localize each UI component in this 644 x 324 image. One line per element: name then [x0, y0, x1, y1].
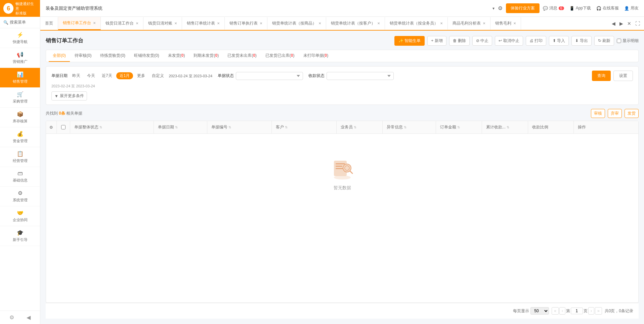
- th-settings[interactable]: ⚙: [46, 121, 57, 133]
- svg-rect-3: [336, 166, 342, 167]
- tab-next-btn[interactable]: ▶: [618, 19, 625, 28]
- tab-close-icon[interactable]: ✕: [217, 22, 220, 25]
- tab-sales-sum-product[interactable]: 销货单统计表（按商品）✕: [267, 17, 326, 30]
- show-detail-label[interactable]: 显示明细: [617, 38, 639, 44]
- date-option-last7[interactable]: 近7天: [99, 72, 115, 79]
- tab-product-margin[interactable]: 商品毛利分析表✕: [448, 17, 490, 30]
- filter-tab-expired_not_shipped[interactable]: 到期未发货(0): [189, 50, 223, 62]
- sidebar-settings-btn[interactable]: ⚙: [9, 314, 14, 321]
- sidebar-item-system[interactable]: ⚙系统管理: [0, 187, 40, 206]
- filter-tab-pending_inspect[interactable]: 待拣货验货(0): [96, 50, 129, 62]
- query-btn[interactable]: 查询: [592, 71, 611, 81]
- select-all-checkbox[interactable]: [61, 125, 66, 129]
- suspend-btn[interactable]: ⊘ 中止: [472, 36, 492, 46]
- smart-create-btn[interactable]: ✨ 智能生单: [394, 36, 425, 46]
- sidebar-item-sales[interactable]: 📊销售管理: [0, 68, 40, 88]
- expand-conditions-btn[interactable]: ▼ 展开更多条件: [51, 91, 87, 100]
- sidebar-item-basic[interactable]: 🗃基础信息: [0, 167, 40, 187]
- topbar-message[interactable]: 💬 消息 6: [543, 5, 564, 11]
- sort-info-icon[interactable]: ⇅: [404, 125, 406, 129]
- tab-cash-reconcile[interactable]: 钱货日清对账✕: [143, 17, 182, 30]
- tab-close-icon[interactable]: ✕: [260, 22, 262, 25]
- tab-close-icon[interactable]: ✕: [136, 22, 138, 25]
- tab-cash-daily[interactable]: 钱货日清工作台✕: [101, 17, 143, 30]
- tab-sales-stat[interactable]: 销售订单统计表✕: [182, 17, 225, 30]
- date-range-text: 2023-02-24 至 2023-03-24: [169, 74, 212, 79]
- show-detail-checkbox[interactable]: [617, 39, 621, 43]
- tab-close-icon[interactable]: ✕: [483, 22, 485, 25]
- tab-close-all-btn[interactable]: ✕: [626, 19, 633, 28]
- sort-collected-icon[interactable]: ⇅: [507, 125, 509, 129]
- topbar-app-download[interactable]: 📱 App下载: [569, 5, 591, 11]
- sidebar-collapse-btn[interactable]: ◀: [27, 314, 31, 321]
- sidebar-item-enterprise[interactable]: 🤝企业协同: [0, 206, 40, 226]
- sort-customer-icon[interactable]: ⇅: [285, 125, 288, 129]
- tab-close-icon[interactable]: ✕: [377, 22, 380, 25]
- filter-tab-shipped_not_out[interactable]: 已发货未出库(0): [223, 50, 261, 62]
- date-option-custom[interactable]: 自定义: [149, 72, 167, 79]
- sort-staff-icon[interactable]: ⇅: [354, 125, 356, 129]
- tab-close-icon[interactable]: ✕: [93, 21, 96, 25]
- cancel-suspend-btn[interactable]: ↩ 取消中止: [495, 36, 523, 46]
- per-page-select[interactable]: 50 100 200: [530, 307, 549, 315]
- topbar-user[interactable]: 👤 用友: [624, 5, 639, 11]
- topbar-dropdown[interactable]: ▾: [492, 6, 495, 11]
- sidebar-item-operation[interactable]: 📋经营管理: [0, 147, 40, 167]
- date-option-more[interactable]: 更多: [134, 72, 148, 79]
- print-btn[interactable]: 🖨 打印: [526, 36, 546, 46]
- filter-tab-all[interactable]: 全部(0): [49, 50, 70, 62]
- tab-fullscreen-btn[interactable]: ⛶: [634, 19, 641, 28]
- page-last-btn[interactable]: »: [595, 307, 602, 315]
- filter-tab-pending_review[interactable]: 待审核(0): [71, 50, 96, 62]
- topbar-online-service[interactable]: 🎧 在线客服: [596, 5, 619, 11]
- date-option-last_month[interactable]: 近1月: [116, 72, 133, 79]
- filter-tab-not_printed[interactable]: 未打印单据(0): [299, 50, 333, 62]
- tab-close-icon[interactable]: ✕: [174, 22, 177, 25]
- batch-action-ship[interactable]: 发货: [625, 109, 639, 118]
- page-prev-btn[interactable]: ‹: [559, 307, 565, 315]
- filter-tab-shipped_out[interactable]: 已发货已出库(0): [261, 50, 299, 62]
- date-option-yesterday[interactable]: 昨天: [70, 72, 83, 79]
- sort-number-icon[interactable]: ⇅: [228, 125, 231, 129]
- sort-status-icon[interactable]: ⇅: [99, 125, 102, 129]
- import-btn[interactable]: ⬆ 导入: [549, 36, 569, 46]
- delete-btn[interactable]: 🗑 删除: [449, 36, 470, 46]
- svg-rect-4: [336, 168, 344, 169]
- tab-prev-btn[interactable]: ◀: [610, 19, 617, 28]
- date-option-today[interactable]: 今天: [84, 72, 98, 79]
- add-btn[interactable]: + 新增: [427, 36, 446, 46]
- sort-amount-icon[interactable]: ⇅: [457, 125, 460, 129]
- payment-select[interactable]: [327, 72, 394, 80]
- batch-action-review[interactable]: 审核: [591, 109, 605, 118]
- sidebar-item-inventory[interactable]: 📦库存核算: [0, 108, 40, 127]
- sort-date-icon[interactable]: ⇅: [175, 125, 178, 129]
- sidebar-item-search[interactable]: 🔍 搜索菜单: [0, 17, 40, 28]
- tab-close-icon[interactable]: ✕: [513, 22, 516, 25]
- tab-sales-sum-staff[interactable]: 销货单统计表（按业务员）✕: [385, 17, 448, 30]
- filter-tab-not_shipped[interactable]: 未发货(0): [164, 50, 189, 62]
- sidebar-item-purchase[interactable]: 🛒采购管理: [0, 88, 40, 108]
- th-check[interactable]: [57, 121, 70, 133]
- tab-sales-profit[interactable]: 销售毛利✕: [490, 17, 521, 30]
- tab-sales-exec[interactable]: 销售订单执行表✕: [225, 17, 267, 30]
- sidebar-item-newbie[interactable]: 🎓新手引导: [0, 226, 40, 246]
- sidebar-item-marketing[interactable]: 📢营销推广: [0, 48, 40, 68]
- status-select[interactable]: [236, 72, 303, 80]
- page-next-btn[interactable]: ›: [588, 307, 594, 315]
- setting-btn[interactable]: 设置: [613, 71, 633, 81]
- refresh-btn[interactable]: ↻ 刷新: [594, 36, 614, 46]
- export-btn[interactable]: ⬇ 导出: [571, 36, 591, 46]
- industry-btn[interactable]: 体验行业方案: [506, 3, 540, 13]
- tab-sales-sum-customer[interactable]: 销货单统计表（按客户）✕: [326, 17, 385, 30]
- sidebar-item-quick[interactable]: ⚡快捷导航: [0, 28, 40, 48]
- page-first-btn[interactable]: «: [552, 307, 559, 315]
- batch-action-cancel_review[interactable]: 弃审: [608, 109, 622, 118]
- sidebar-item-finance[interactable]: 💰资金管理: [0, 127, 40, 147]
- topbar-gear-icon[interactable]: ⚙: [498, 5, 503, 11]
- tab-close-icon[interactable]: ✕: [440, 22, 443, 25]
- page-number-input[interactable]: [571, 308, 583, 314]
- tab-sales-order[interactable]: 销售订单工作台✕: [58, 17, 101, 30]
- filter-tab-wangpu_pending[interactable]: 旺铺待发货(0): [130, 50, 163, 62]
- tab-home[interactable]: 首页: [40, 17, 58, 30]
- tab-close-icon[interactable]: ✕: [318, 22, 321, 25]
